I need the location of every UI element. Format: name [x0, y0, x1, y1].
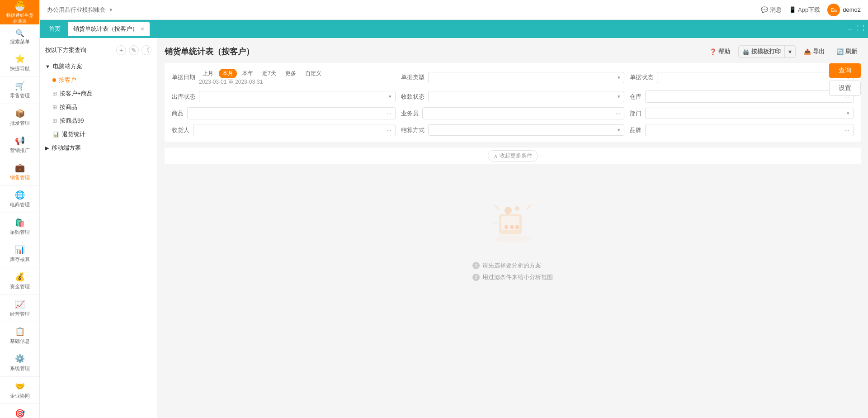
dept-select[interactable]: ▾	[645, 108, 854, 119]
settings-btn[interactable]: 设置	[829, 81, 861, 96]
collapse-panel-btn[interactable]: 《	[142, 45, 151, 55]
consignee-select[interactable]: ···	[193, 124, 396, 136]
tab-home[interactable]: 首页	[43, 22, 66, 36]
tree-item-by-customer[interactable]: 按客户	[45, 73, 157, 87]
add-scheme-btn[interactable]: +	[116, 45, 126, 55]
tab-bar: 首页 销货单统计表（按客户） × － ⛶	[40, 20, 868, 38]
date-tab-more[interactable]: 更多	[282, 69, 300, 78]
sidebar-item-retail[interactable]: 🛒 零售管理	[0, 76, 39, 104]
warehouse-label: 仓库	[630, 93, 642, 101]
sidebar-item-inventory[interactable]: 📊 库存核算	[0, 240, 39, 267]
system-label: 系统管理	[10, 365, 30, 371]
wholesale-icon: 📦	[15, 109, 25, 119]
sidebar-item-guide[interactable]: 🎯 新手引导	[0, 404, 39, 418]
svg-rect-6	[510, 225, 514, 229]
sidebar-item-finance[interactable]: 💰 资金管理	[0, 267, 39, 294]
tree-desktop-group[interactable]: ▼ 电脑端方案	[40, 60, 157, 73]
tab-active[interactable]: 销货单统计表（按客户） ×	[68, 22, 150, 36]
sidebar-item-system[interactable]: ⚙️ 系统管理	[0, 349, 39, 376]
sidebar: 🐣 畅捷通好生意 标准版 🔍 搜索菜单 ⭐ 快捷导航 🛒 零售管理 📦 批发管理…	[0, 0, 40, 418]
date-tab-7days[interactable]: 近7天	[259, 69, 280, 78]
filter-row-3: 商品 ··· 业务员 ···	[172, 107, 854, 119]
filter-row-1: 单据日期 上月 本月 本年 近7天 更多 自定义 20	[172, 69, 854, 86]
sidebar-item-purchase[interactable]: 🛍️ 采购管理	[0, 213, 39, 240]
sidebar-item-marketing[interactable]: 📢 营销推广	[0, 131, 39, 158]
date-tabs: 上月 本月 本年 近7天 更多 自定义	[199, 69, 396, 78]
dropdown-arrow-icon[interactable]: ▾	[109, 6, 113, 13]
tree-expand-icon: ▼	[45, 64, 50, 69]
product-select[interactable]: ···	[187, 107, 396, 119]
filter-row-2: 出库状态 ▾ 收款状态 ▾	[172, 90, 854, 103]
date-tab-last-month[interactable]: 上月	[199, 69, 217, 78]
operations-label: 经营管理	[10, 311, 30, 317]
order-status-select[interactable]: ▾	[657, 72, 854, 83]
filter-row-4: 收货人 ··· 结算方式 ▾	[172, 124, 854, 136]
ship-status-select[interactable]: ▾	[199, 91, 396, 102]
message-btn[interactable]: 💬 消息	[761, 6, 782, 14]
dept-label: 部门	[630, 109, 642, 118]
sidebar-item-ecommerce[interactable]: 🌐 电商管理	[0, 185, 39, 213]
sidebar-item-operations[interactable]: 📈 经营管理	[0, 295, 39, 322]
sidebar-quick-nav[interactable]: ⭐ 快捷导航	[0, 49, 39, 76]
empty-state: 1 请先选择要分析的方案 2 用过滤条件来缩小分析范围	[165, 164, 861, 321]
left-panel-header: 按以下方案查询 + ✎ 《	[40, 43, 157, 58]
avatar: Ea	[827, 4, 840, 16]
tab-minimize-btn[interactable]: －	[846, 24, 854, 34]
sidebar-item-sales[interactable]: 💼 销售管理	[0, 158, 39, 185]
print-label: 按模板打印	[751, 48, 781, 56]
tree-item-icon: ⊞	[52, 118, 57, 124]
tree-item-by-product[interactable]: ⊞ 按商品	[45, 100, 157, 114]
export-btn[interactable]: 📤 导出	[800, 46, 828, 57]
sidebar-item-enterprise[interactable]: 🤝 企业协同	[0, 377, 39, 404]
date-tab-this-year[interactable]: 本年	[239, 69, 257, 78]
sidebar-item-basic[interactable]: 📋 基础信息	[0, 322, 39, 349]
retail-label: 零售管理	[10, 92, 30, 99]
date-tab-this-month[interactable]: 本月	[219, 69, 237, 78]
date-tab-custom[interactable]: 自定义	[302, 69, 325, 78]
tab-maximize-btn[interactable]: ⛶	[857, 24, 864, 34]
svg-line-9	[526, 205, 531, 209]
brand-select[interactable]: ···	[645, 124, 854, 136]
order-type-select[interactable]: ▾	[428, 72, 625, 83]
active-dot	[52, 78, 56, 82]
tree-item-icon: ⊞	[52, 90, 57, 97]
app-download-btn[interactable]: 📱 App下载	[789, 6, 820, 14]
logo-icon: 🐣	[14, 0, 26, 12]
app-sub: 标准版	[13, 18, 27, 24]
tip-num-2: 2	[472, 274, 480, 281]
salesperson-select[interactable]: ···	[422, 107, 625, 119]
collapse-more-btn[interactable]: ∧ 收起更多条件	[488, 150, 538, 162]
tree-item-return[interactable]: 📊 退货统计	[45, 128, 157, 141]
ecommerce-icon: 🌐	[15, 190, 25, 200]
app-logo[interactable]: 🐣 畅捷通好生意 标准版	[0, 0, 40, 24]
order-type-arrow: ▾	[618, 75, 620, 81]
ship-status-cell: 出库状态 ▾	[172, 91, 396, 102]
print-dropdown-btn[interactable]: ▾	[785, 47, 795, 57]
download-icon: 📱	[789, 6, 796, 13]
tree-mobile-group[interactable]: ▶ 移动端方案	[40, 141, 157, 155]
print-btn[interactable]: 🖨️ 按模板打印	[739, 46, 785, 57]
warehouse-select[interactable]: ···	[645, 90, 854, 103]
pay-status-select[interactable]: ▾	[428, 91, 625, 102]
collapse-more-bar: ∧ 收起更多条件	[165, 147, 861, 164]
finance-label: 资金管理	[10, 283, 30, 290]
ship-status-label: 出库状态	[172, 93, 195, 101]
refresh-btn[interactable]: 🔄 刷新	[833, 46, 861, 57]
ship-status-arrow: ▾	[389, 94, 392, 100]
tree-item-label: 按商品99	[60, 117, 84, 125]
top-header-right: 💬 消息 📱 App下载 Ea demo2	[761, 4, 861, 16]
sidebar-item-wholesale[interactable]: 📦 批发管理	[0, 104, 39, 131]
brand-label: 品牌	[630, 126, 642, 134]
tree-item-by-product99[interactable]: ⊞ 按商品99	[45, 114, 157, 128]
empty-tip-2: 2 用过滤条件来缩小分析范围	[472, 273, 553, 281]
query-btn[interactable]: 查询	[829, 63, 861, 78]
tree-item-by-customer-product[interactable]: ⊞ 按客户+商品	[45, 87, 157, 100]
help-btn[interactable]: ❓ 帮助	[706, 46, 734, 57]
svg-line-8	[495, 205, 499, 209]
sidebar-search[interactable]: 🔍 搜索菜单	[0, 24, 39, 49]
edit-scheme-btn[interactable]: ✎	[129, 45, 139, 55]
order-status-cell: 单据状态 ▾	[630, 72, 854, 83]
settlement-select[interactable]: ▾	[428, 124, 625, 136]
user-area[interactable]: Ea demo2	[827, 4, 861, 16]
tab-close-btn[interactable]: ×	[141, 26, 144, 32]
